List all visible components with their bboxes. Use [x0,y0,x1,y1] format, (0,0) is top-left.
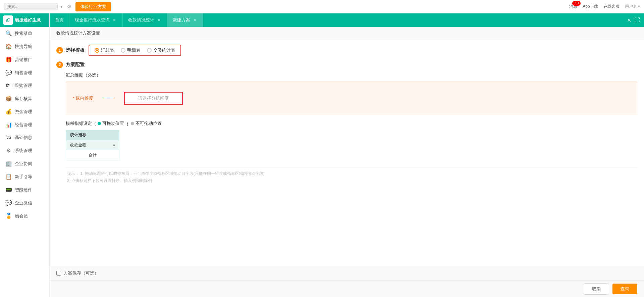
tab-home[interactable]: 首页 [50,13,69,27]
cancel-button[interactable]: 取消 [584,283,609,295]
sidebar-item-operation[interactable]: 📊 经营管理 [0,118,49,131]
sidebar-item-wechat[interactable]: 💬 企业微信 [0,196,49,209]
tab-stats[interactable]: 收款情况统计 ✕ [123,13,167,27]
search-icon: 🔍 [5,30,12,37]
dimension-title: 汇总维度（必选） [66,72,637,78]
sidebar-item-quick[interactable]: 🏠 快捷导航 [0,40,49,53]
download-label[interactable]: App下载 [583,4,598,9]
radio-cross-label: 交叉统计表 [153,47,175,53]
sidebar-item-label: 企业协同 [15,161,32,167]
query-button[interactable]: 查询 [612,284,637,294]
save-checkbox[interactable] [56,271,61,276]
vip-icon: 🏅 [5,213,12,219]
tab-home-label: 首页 [55,17,64,23]
sidebar-item-basic[interactable]: 🗂 基础信息 [0,131,49,144]
collection-amount-label: 收款金额 [70,142,86,148]
page-content: 收款情况统计方案设置 1 选择模板 汇总表 [50,27,644,280]
sidebar-item-search[interactable]: 🔍 搜索菜单 [0,27,49,40]
sidebar-item-purchase[interactable]: 🛍 采购管理 [0,79,49,92]
total-label: 合计 [89,153,97,157]
message-badge: 99+ [572,1,581,6]
tab-bank[interactable]: 现金银行流水查询 ✕ [69,13,123,27]
sidebar-item-inventory[interactable]: 📦 库存核算 [0,92,49,105]
settings-icon[interactable]: ⚙ [67,3,71,10]
stat-table-header: 统计指标 [66,130,119,140]
vertical-dimension-label: * 纵向维度 [73,95,93,101]
dimension-area: * 纵向维度 —— 请选择分组维度 [66,82,637,115]
logo-area: 好 畅捷通好生意 [0,13,49,27]
tab-bank-close[interactable]: ✕ [112,17,117,23]
tips-area: 提示： 1. 拖动标题栏可以调整布局，不可跨维度或指标区域拖动目字段(只能在同一… [66,167,637,188]
logo-icon: 好 [3,15,13,25]
folder-icon: 🗂 [5,135,12,141]
building-icon: 🏢 [5,160,12,167]
sidebar-item-label: 经营管理 [15,122,32,128]
radio-summary[interactable]: 汇总表 [95,47,114,53]
section2-number: 2 [56,61,63,68]
radio-detail-circle [121,48,125,53]
sidebar-item-sales[interactable]: 💬 销售管理 [0,66,49,79]
nav-items: 🔍 搜索菜单 🏠 快捷导航 🎁 营销推广 💬 销售管理 🛍 采购管理 📦 [0,27,49,297]
sidebar-item-marketing[interactable]: 🎁 营销推广 [0,53,49,66]
sidebar-item-enterprise[interactable]: 🏢 企业协同 [0,157,49,170]
sidebar-item-label: 搜索菜单 [15,31,32,37]
tab-bar-actions: ✕ ⛶ [623,13,644,27]
user-avatar[interactable]: 用户名 ▾ [625,4,640,9]
cell-dropdown-icon[interactable]: ▾ [113,143,115,148]
service-label[interactable]: 在线客服 [603,4,620,9]
chart-icon: 📊 [5,121,12,128]
sidebar-item-hardware[interactable]: 📟 智能硬件 [0,183,49,196]
section-config: 2 方案配置 汇总维度（必选） * 纵向维度 [56,61,637,188]
sidebar-item-label: 销售管理 [15,70,32,76]
section2-title: 方案配置 [66,62,85,68]
separator: ) [127,121,128,126]
save-section: 方案保存（可选） [50,266,644,280]
tab-new-plan[interactable]: 新建方案 ✕ [167,13,203,27]
sidebar-item-finance[interactable]: 💰 资金管理 [0,105,49,118]
sidebar-item-label: 系统管理 [15,148,32,154]
sidebar-item-label: 资金管理 [15,109,32,115]
chat-icon: 💬 [5,69,12,76]
sidebar-item-system[interactable]: ⚙ 系统管理 [0,144,49,157]
non-draggable-label: 不可拖动位置 [136,120,162,127]
logo-text: 畅捷通好生意 [15,17,41,23]
message-icon-wrap[interactable]: 消息 99+ [569,4,577,9]
stat-table-total: 合计 [66,150,119,160]
indicator-section-label: 统计指标 [70,133,86,137]
sidebar-item-label: 新手引导 [15,174,32,180]
draggable-label: 可拖动位置 [102,120,124,127]
sidebar-item-label: 企业微信 [15,200,32,206]
guide-icon: 📋 [5,174,12,180]
dimension-select[interactable]: 请选择分组维度 [124,92,183,105]
stat-table-cell[interactable]: 收款金额 ▾ [66,140,119,150]
search-input[interactable] [4,3,58,10]
stat-table: 统计指标 收款金额 ▾ 合计 [66,130,119,160]
tab-new-plan-close[interactable]: ✕ [192,17,198,23]
save-label: 方案保存（可选） [64,270,99,276]
device-icon: 📟 [5,187,12,193]
non-draggable-dot [131,122,134,125]
dropdown-arrow-icon[interactable]: ▾ [60,4,63,9]
tab-stats-close[interactable]: ✕ [156,17,162,23]
radio-summary-circle [95,48,99,53]
sidebar-item-label: 营销推广 [15,57,32,63]
tab-expand-icon[interactable]: ⛶ [635,17,640,23]
sidebar-item-label: 智能硬件 [15,187,32,193]
footer-bar: 取消 查询 [50,280,644,297]
radio-cross[interactable]: 交叉统计表 [147,47,175,53]
content-area: 1 选择模板 汇总表 明细表 [50,39,644,266]
top-bar: ▾ ⚙ 体验行业方案 消息 99+ App下载 在线客服 用户名 ▾ [0,0,644,13]
trial-button[interactable]: 体验行业方案 [75,2,111,11]
wechat-icon: 💬 [5,200,12,206]
tab-bar: 首页 现金银行流水查询 ✕ 收款情况统计 ✕ 新建方案 ✕ ✕ ⛶ [50,13,644,27]
tab-close-icon[interactable]: ✕ [627,17,631,23]
radio-detail[interactable]: 明细表 [121,47,140,53]
radio-detail-label: 明细表 [127,47,140,53]
required-mark: * [73,96,74,101]
sidebar-item-newbie[interactable]: 📋 新手引导 [0,170,49,183]
tab-new-plan-label: 新建方案 [173,17,190,23]
indicator-settings: 模板指标设定（ 可拖动位置 ) 不可拖动位置 [66,120,637,160]
sidebar-item-vip[interactable]: 🏅 畅会员 [0,209,49,222]
section2-header: 2 方案配置 [56,61,637,68]
home-icon: 🏠 [5,43,12,50]
